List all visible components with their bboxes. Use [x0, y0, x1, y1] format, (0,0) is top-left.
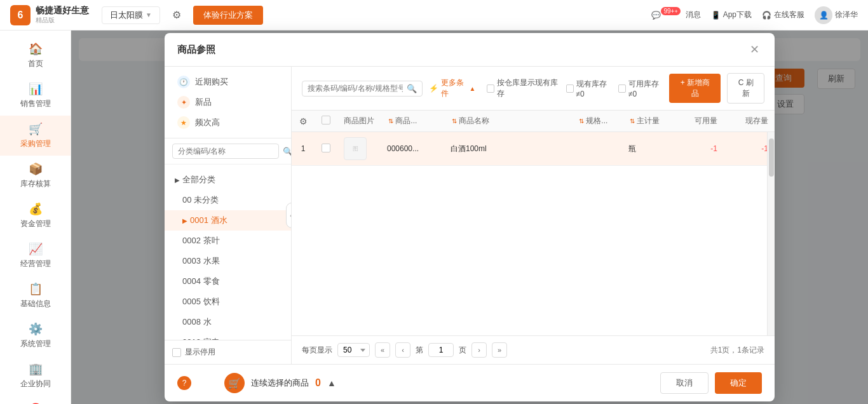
cart-icon[interactable]: 🛒 — [224, 373, 245, 393]
cat-item-0008[interactable]: 0008 水 — [165, 312, 291, 332]
search-icon[interactable]: 🔍 — [407, 84, 417, 93]
cat-item-0004[interactable]: 0004 零食 — [165, 271, 291, 292]
row-available-cell: -1 — [673, 132, 724, 166]
user-item[interactable]: 👤 徐泽华 — [815, 6, 858, 24]
next-page-button[interactable]: › — [471, 342, 487, 358]
cat-label-0004: 0004 零食 — [182, 276, 220, 287]
row-unit: 瓶 — [628, 144, 636, 153]
table-scrollbar[interactable] — [767, 132, 775, 335]
select-all-checkbox[interactable] — [322, 116, 330, 125]
content-area: 查询 设置 刷新 商品参照 ✕ — [71, 30, 868, 404]
sidebar-item-basic[interactable]: 📋 基础信息 — [0, 276, 71, 316]
row-image-cell: 图 — [337, 132, 381, 166]
category-search-input[interactable] — [172, 144, 279, 159]
sidebar-item-operations[interactable]: 📈 经营管理 — [0, 236, 71, 276]
show-disabled-checkbox[interactable] — [172, 348, 181, 357]
expand-icon: ▶ — [175, 177, 180, 184]
app-download-item[interactable]: 📱 App下载 — [711, 10, 752, 20]
sidebar-item-system[interactable]: ⚙️ 系统管理 — [0, 316, 71, 356]
quick-item-recent[interactable]: 🕐 近期购买 — [172, 72, 283, 92]
notifications-label: 消息 — [686, 10, 701, 20]
cat-label-00: 00 未分类 — [182, 194, 219, 206]
settings-icon[interactable]: ⚙ — [168, 6, 186, 24]
nav-selector-label: 日太阳膜 — [110, 10, 143, 21]
page-label: 第 — [416, 345, 423, 356]
row-num: 1 — [292, 132, 315, 166]
cat-item-0001[interactable]: ▶ 0001 酒水 — [165, 210, 291, 231]
sidebar-label-basic: 基础信息 — [20, 299, 51, 309]
cat-item-0002[interactable]: 0002 茶叶 — [165, 231, 291, 251]
collapse-cart-button[interactable]: ▲ — [327, 378, 336, 388]
show-disabled-label[interactable]: 显示停用 — [172, 347, 283, 358]
col-header-name[interactable]: ⇅ 商品名称 — [444, 111, 571, 132]
refresh-button[interactable]: C 刷新 — [727, 73, 764, 104]
per-page-label: 每页显示 — [302, 345, 332, 356]
gear-settings-icon[interactable]: ⚙ — [299, 116, 308, 126]
category-footer: 显示停用 — [165, 340, 291, 364]
sidebar-item-sales[interactable]: 📊 销售管理 — [0, 76, 71, 116]
online-service-item[interactable]: 🎧 在线客服 — [762, 10, 804, 20]
row-code: 000600... — [387, 144, 419, 153]
category-collapse-button[interactable]: « — [286, 203, 292, 228]
col-header-spec[interactable]: ⇅ 规格... — [571, 111, 622, 132]
logo-area: 6 畅捷通好生意 精品版 — [10, 5, 89, 25]
modal-close-button[interactable]: ✕ — [747, 42, 762, 57]
available-stock-checkbox[interactable] — [618, 84, 626, 93]
cancel-button[interactable]: 取消 — [660, 372, 709, 394]
filter-available-stock[interactable]: 可用库存≠0 — [618, 79, 663, 98]
sidebar-item-home[interactable]: 🏠 首页 — [0, 36, 71, 76]
quick-label-freq: 频次高 — [195, 117, 220, 128]
col-header-unit[interactable]: ⇅ 主计量 — [622, 111, 673, 132]
warehouse-checkbox[interactable] — [487, 84, 494, 93]
help-icon[interactable]: ? — [177, 376, 191, 390]
add-product-button[interactable]: + 新增商品 — [669, 74, 721, 103]
table-row[interactable]: 1 图 — [292, 132, 775, 166]
quick-item-new[interactable]: ✦ 新品 — [172, 92, 283, 112]
sidebar-item-newbie[interactable]: 🎯 新手引导 — [0, 396, 71, 404]
cat-item-0003[interactable]: 0003 水果 — [165, 251, 291, 271]
phone-icon: 📱 — [711, 11, 721, 20]
has-stock-checkbox[interactable] — [566, 84, 574, 93]
logo-title: 畅捷通好生意 — [36, 5, 89, 16]
cat-item-0005[interactable]: 0005 饮料 — [165, 292, 291, 312]
warehouse-label: 按仓库显示现有库存 — [497, 77, 559, 99]
quick-item-freq[interactable]: ★ 频次高 — [172, 112, 283, 133]
product-thumbnail: 图 — [344, 137, 367, 160]
modal-header: 商品参照 ✕ — [165, 33, 775, 67]
page-input[interactable] — [428, 343, 454, 357]
category-search-icon[interactable]: 🔍 — [283, 147, 292, 156]
top-nav: 6 畅捷通好生意 精品版 日太阳膜 ▼ ⚙ 体验行业方案 💬 99++ 消息 📱… — [0, 0, 868, 30]
quick-access-section: 🕐 近期购买 ✦ 新品 ★ 频次高 — [165, 67, 291, 138]
cat-item-all[interactable]: ▶ 全部分类 — [165, 170, 291, 190]
modal-overlay: 商品参照 ✕ 🕐 近期购买 ✦ — [71, 30, 868, 404]
col-header-code[interactable]: ⇅ 商品... — [381, 111, 444, 132]
modal-body: 🕐 近期购买 ✦ 新品 ★ 频次高 — [165, 67, 775, 364]
product-search-input[interactable] — [308, 84, 403, 93]
experience-button[interactable]: 体验行业方案 — [193, 6, 263, 25]
row-checkbox[interactable] — [322, 144, 330, 152]
filter-has-stock[interactable]: 现有库存≠0 — [566, 79, 611, 98]
sidebar-item-purchase[interactable]: 🛒 采购管理 — [0, 116, 71, 156]
row-available: -1 — [710, 144, 717, 153]
prev-page-button[interactable]: ‹ — [395, 342, 410, 358]
sidebar-label-home: 首页 — [28, 58, 43, 69]
nav-selector[interactable]: 日太阳膜 ▼ — [102, 6, 160, 24]
notifications-item[interactable]: 💬 99++ 消息 — [651, 10, 700, 20]
sidebar-item-inventory[interactable]: 📦 库存核算 — [0, 156, 71, 196]
cat-item-00[interactable]: 00 未分类 — [165, 190, 291, 210]
cat-item-0010[interactable]: 0010 家电 — [165, 332, 291, 340]
first-page-button[interactable]: « — [375, 342, 390, 358]
sidebar-item-finance[interactable]: 💰 资金管理 — [0, 196, 71, 236]
filter-by-warehouse[interactable]: 按仓库显示现有库存 — [487, 77, 558, 99]
headset-icon: 🎧 — [762, 11, 771, 20]
sidebar-item-enterprise[interactable]: 🏢 企业协同 — [0, 356, 71, 396]
page-suffix: 页 — [459, 345, 466, 356]
recent-icon: 🕐 — [177, 76, 190, 88]
last-page-button[interactable]: » — [492, 342, 507, 358]
filter-button[interactable]: ⚡ 更多条件 ▲ — [429, 77, 475, 99]
per-page-select[interactable]: 50 20 100 — [337, 343, 370, 357]
confirm-button[interactable]: 确定 — [715, 372, 762, 394]
chevron-up-icon: ▲ — [469, 85, 475, 92]
cart-section: 🛒 连续选择的商品 0 ▲ — [224, 373, 336, 393]
scrollbar-thumb[interactable] — [769, 138, 774, 177]
